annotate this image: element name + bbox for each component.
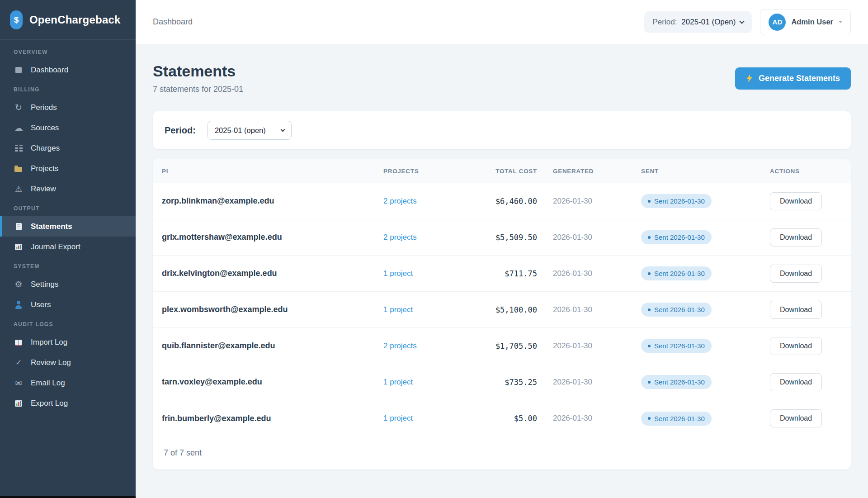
projects-link[interactable]: 1 project: [383, 305, 413, 314]
envelope-icon: [14, 379, 24, 388]
main-area: Dashboard Period: 2025-01 (Open) AD Admi…: [136, 0, 868, 498]
sidebar-item-label: Journal Export: [31, 242, 80, 251]
table-footer: 7 of 7 sent: [153, 436, 851, 470]
projects-link[interactable]: 1 project: [383, 378, 413, 386]
generated-date: 2026-01-30: [537, 414, 641, 423]
column-header-generated: GENERATED: [537, 168, 641, 175]
topbar-right: Period: 2025-01 (Open) AD Admin User: [644, 9, 851, 35]
download-button[interactable]: Download: [770, 409, 822, 427]
sent-badge: Sent 2026-01-30: [641, 194, 712, 208]
pi-email: grix.mottershaw@example.edu: [162, 232, 383, 242]
app-logo: $ OpenChargeback: [0, 0, 136, 40]
dot-icon: [648, 272, 651, 275]
user-menu[interactable]: AD Admin User: [760, 9, 851, 35]
chevron-down-icon: [280, 127, 285, 132]
gear-icon: [14, 280, 24, 289]
caret-down-icon: [839, 21, 842, 23]
generated-date: 2026-01-30: [537, 305, 641, 314]
period-select[interactable]: 2025-01 (open): [208, 121, 292, 140]
sidebar-item-export-log[interactable]: Export Log: [0, 393, 136, 413]
sidebar-item-sources[interactable]: Sources: [0, 118, 136, 138]
period-value: 2025-01 (Open): [681, 18, 736, 27]
sidebar-item-label: Statements: [31, 222, 72, 231]
page-head: Statements 7 statements for 2025-01 Gene…: [153, 62, 851, 94]
sent-badge-label: Sent 2026-01-30: [654, 342, 705, 350]
projects-link[interactable]: 1 project: [383, 414, 413, 422]
sidebar: $ OpenChargeback OVERVIEW Dashboard BILL…: [0, 0, 136, 498]
sent-badge: Sent 2026-01-30: [641, 303, 712, 317]
page-subtitle: 7 statements for 2025-01: [153, 85, 243, 94]
dot-icon: [648, 381, 651, 384]
projects-link[interactable]: 2 projects: [383, 233, 417, 242]
sidebar-item-review-log[interactable]: Review Log: [0, 352, 136, 373]
sent-badge: Sent 2026-01-30: [641, 339, 712, 353]
table-row: tarn.voxley@example.edu 1 project $735.2…: [153, 364, 851, 400]
dot-icon: [648, 200, 651, 203]
sidebar-section: AUDIT LOGS Import Log Review Log Email L…: [0, 321, 136, 413]
download-button[interactable]: Download: [770, 228, 822, 247]
sidebar-section: OVERVIEW Dashboard: [0, 49, 136, 80]
sent-badge-label: Sent 2026-01-30: [654, 378, 705, 386]
pi-email: quib.flannister@example.edu: [162, 341, 383, 351]
lightning-icon: [746, 74, 753, 82]
sidebar-item-review[interactable]: Review: [0, 179, 136, 199]
check-icon: [14, 358, 24, 367]
sidebar-item-label: Email Log: [31, 379, 65, 388]
sent-badge-label: Sent 2026-01-30: [654, 197, 705, 205]
pi-email: drix.kelvington@example.edu: [162, 269, 383, 278]
download-button[interactable]: Download: [770, 337, 822, 355]
table-row: zorp.blinkman@example.edu 2 projects $6,…: [153, 183, 851, 219]
sidebar-item-label: Review Log: [31, 358, 71, 367]
sidebar-section-label: BILLING: [0, 86, 136, 97]
list-icon: [14, 144, 24, 153]
sidebar-item-label: Review: [31, 185, 56, 194]
table-row: frin.bumberly@example.edu 1 project $5.0…: [153, 400, 851, 436]
table-row: grix.mottershaw@example.edu 2 projects $…: [153, 219, 851, 256]
sidebar-item-journal-export[interactable]: Journal Export: [0, 237, 136, 257]
sidebar-item-statements[interactable]: Statements: [0, 216, 136, 237]
sidebar-item-dashboard[interactable]: Dashboard: [0, 60, 136, 80]
table-header: PI PROJECTS TOTAL COST GENERATED SENT AC…: [153, 159, 851, 183]
pi-email: zorp.blinkman@example.edu: [162, 196, 383, 206]
download-button[interactable]: Download: [770, 265, 822, 283]
dollar-logo-icon: $: [10, 10, 23, 29]
sidebar-item-periods[interactable]: Periods: [0, 97, 136, 118]
sidebar-section-label: SYSTEM: [0, 263, 136, 274]
column-header-total-cost: TOTAL COST: [467, 168, 537, 175]
generated-date: 2026-01-30: [537, 233, 641, 242]
sent-badge-label: Sent 2026-01-30: [654, 270, 705, 277]
sidebar-item-projects[interactable]: Projects: [0, 158, 136, 179]
download-button[interactable]: Download: [770, 373, 822, 391]
sidebar-item-users[interactable]: Users: [0, 294, 136, 315]
sidebar-item-label: Export Log: [31, 399, 68, 408]
sidebar-section: OUTPUT Statements Journal Export: [0, 205, 136, 257]
total-cost: $711.75: [467, 269, 537, 278]
generate-statements-button[interactable]: Generate Statements: [735, 67, 851, 90]
header-period-dropdown[interactable]: Period: 2025-01 (Open): [644, 11, 752, 33]
download-button[interactable]: Download: [770, 192, 822, 210]
refresh-icon: [14, 103, 24, 112]
table-row: plex.wombsworth@example.edu 1 project $5…: [153, 292, 851, 328]
column-header-projects: PROJECTS: [383, 168, 467, 175]
projects-link[interactable]: 2 projects: [383, 197, 417, 205]
total-cost: $5,100.00: [467, 305, 537, 314]
avatar: AD: [769, 14, 786, 31]
sidebar-item-email-log[interactable]: Email Log: [0, 373, 136, 393]
sidebar-item-settings[interactable]: Settings: [0, 274, 136, 294]
projects-link[interactable]: 1 project: [383, 269, 413, 278]
sidebar-item-label: Projects: [31, 164, 58, 173]
sidebar-item-label: Dashboard: [31, 66, 68, 75]
generated-date: 2026-01-30: [537, 341, 641, 351]
sidebar-item-charges[interactable]: Charges: [0, 138, 136, 158]
breadcrumb[interactable]: Dashboard: [153, 17, 193, 27]
projects-link[interactable]: 2 projects: [383, 341, 417, 350]
generated-date: 2026-01-30: [537, 197, 641, 206]
table-row: drix.kelvington@example.edu 1 project $7…: [153, 256, 851, 292]
dot-icon: [648, 236, 651, 239]
sent-badge: Sent 2026-01-30: [641, 412, 712, 426]
dot-icon: [648, 345, 651, 347]
download-button[interactable]: Download: [770, 301, 822, 319]
sidebar-item-import-log[interactable]: Import Log: [0, 332, 136, 352]
pi-email: plex.wombsworth@example.edu: [162, 305, 383, 314]
filter-period-label: Period:: [165, 125, 196, 136]
